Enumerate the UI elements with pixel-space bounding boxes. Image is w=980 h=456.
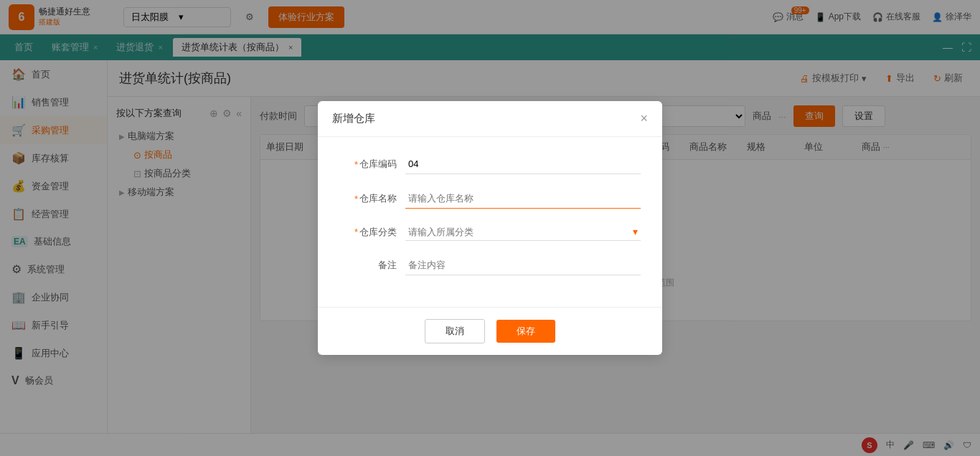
modal-header: 新增仓库 × xyxy=(318,101,662,137)
modal-body: * 仓库编码 * 仓库名称 * 仓库分类 ▾ xyxy=(318,137,662,307)
modal-close-button[interactable]: × xyxy=(640,111,648,126)
warehouse-name-input[interactable] xyxy=(405,189,641,209)
form-row-category: * 仓库分类 ▾ xyxy=(339,223,641,241)
form-row-name: * 仓库名称 xyxy=(339,189,641,209)
note-label: 备注 xyxy=(339,259,397,272)
warehouse-code-input[interactable] xyxy=(405,154,641,174)
name-label: * 仓库名称 xyxy=(339,192,397,205)
modal-footer: 取消 保存 xyxy=(318,307,662,355)
category-dropdown-arrow: ▾ xyxy=(633,226,638,237)
category-label: * 仓库分类 xyxy=(339,226,397,239)
modal-title: 新增仓库 xyxy=(332,112,375,125)
warehouse-note-input[interactable] xyxy=(405,255,641,275)
warehouse-category-selector[interactable]: ▾ xyxy=(405,223,641,241)
modal-overlay: 新增仓库 × * 仓库编码 * 仓库名称 * xyxy=(0,0,980,456)
save-button[interactable]: 保存 xyxy=(496,320,555,343)
warehouse-category-input[interactable] xyxy=(408,227,633,237)
code-label: * 仓库编码 xyxy=(339,158,397,171)
form-row-code: * 仓库编码 xyxy=(339,154,641,174)
cancel-button[interactable]: 取消 xyxy=(425,319,485,343)
add-warehouse-modal: 新增仓库 × * 仓库编码 * 仓库名称 * xyxy=(318,101,662,355)
form-row-note: 备注 xyxy=(339,255,641,275)
